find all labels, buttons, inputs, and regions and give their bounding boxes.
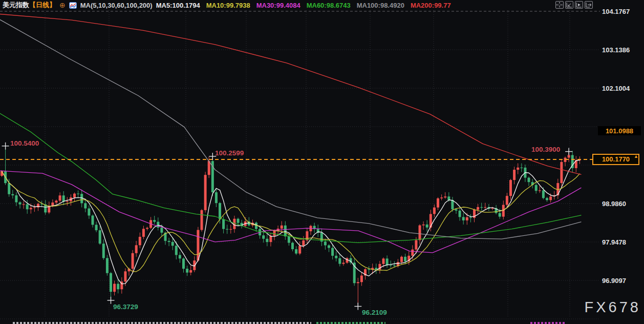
axis-price-label: 103.1386 xyxy=(602,46,630,54)
ma-line-MA5 xyxy=(2,160,580,284)
ma-legend-item: MA100:98.4920 xyxy=(357,2,404,9)
candle-down xyxy=(404,257,406,261)
candle-up xyxy=(440,197,443,198)
candle-down xyxy=(288,236,290,242)
candle-up xyxy=(509,180,512,196)
candle-down xyxy=(15,195,17,202)
candle-down xyxy=(88,209,90,216)
candle-down xyxy=(393,266,396,266)
candle-up xyxy=(517,168,519,170)
candle-up xyxy=(477,207,479,210)
candle-down xyxy=(335,256,337,258)
candle-down xyxy=(102,244,105,258)
chart-toolbar xyxy=(555,1,593,9)
crosshair-tool-icon[interactable] xyxy=(555,1,564,9)
candle-up xyxy=(30,208,32,209)
candle-up xyxy=(23,204,25,205)
candle-up xyxy=(124,271,126,281)
candle-up xyxy=(513,170,516,180)
chart-type-icon xyxy=(69,2,77,9)
candle-up xyxy=(298,246,301,253)
candle-down xyxy=(520,168,523,168)
chart-play-icon[interactable] xyxy=(575,1,583,9)
candle-up xyxy=(433,208,436,214)
candle-up xyxy=(466,217,468,220)
candle-down xyxy=(92,215,94,225)
axis-price-label: 102.1004 xyxy=(602,85,630,92)
candle-down xyxy=(179,255,181,258)
candle-down xyxy=(19,202,22,205)
candle-up xyxy=(204,175,207,210)
candle-down xyxy=(447,196,450,200)
candle-down xyxy=(535,185,538,191)
candle-up xyxy=(357,282,359,283)
current-price-badge: 100.1770 xyxy=(592,154,639,165)
axis-price-label: 104.1767 xyxy=(602,8,630,15)
candle-up xyxy=(415,240,417,249)
candle-down xyxy=(324,241,327,245)
candle-up xyxy=(201,210,203,230)
add-indicator-icon[interactable]: ⊕ xyxy=(59,2,66,9)
candle-up xyxy=(411,250,414,256)
candle-down xyxy=(186,269,188,272)
candle-up xyxy=(66,201,69,202)
candle-down xyxy=(542,190,545,198)
candle-up xyxy=(502,205,505,217)
candle-up xyxy=(59,195,61,200)
candle-down xyxy=(153,220,156,221)
chart-scale-left-icon[interactable] xyxy=(565,1,573,9)
candle-up xyxy=(360,275,363,282)
candle-down xyxy=(160,228,163,233)
candle-down xyxy=(219,203,221,219)
candle-down xyxy=(455,209,458,211)
ma-settings-label: MA(5,10,30,60,100,200) xyxy=(80,2,153,9)
candle-down xyxy=(291,243,294,249)
candle-down xyxy=(77,194,79,194)
ma-legend-item: MA60:98.6743 xyxy=(307,2,351,9)
chart-canvas[interactable]: 100.5400100.2599100.390096.372996.2109 xyxy=(0,0,644,324)
candle-up xyxy=(422,225,425,226)
clipped-text-top xyxy=(13,322,311,324)
candle-down xyxy=(237,219,240,223)
candle-up xyxy=(73,194,76,197)
candle-down xyxy=(106,258,109,273)
ma-legend-item: MA200:99.77 xyxy=(411,2,451,9)
candle-down xyxy=(84,203,87,208)
candle-down xyxy=(99,230,101,244)
candle-up xyxy=(302,240,305,246)
candle-down xyxy=(390,265,392,266)
candle-up xyxy=(419,226,421,240)
candle-down xyxy=(226,229,228,230)
candle-up xyxy=(506,196,508,205)
clipped-text-top xyxy=(530,322,565,324)
ma-line-MA10 xyxy=(2,171,580,272)
candle-up xyxy=(113,284,116,292)
candle-down xyxy=(368,269,370,270)
candle-up xyxy=(135,245,138,253)
ma-line-MA100 xyxy=(0,19,581,239)
candle-up xyxy=(229,229,232,230)
ma-line-MA60 xyxy=(0,113,581,242)
extreme-price-label: 100.5400 xyxy=(10,139,39,147)
candle-down xyxy=(215,192,218,203)
candle-up xyxy=(437,198,439,208)
trading-chart-window: 100.5400100.2599100.390096.372996.2109 美… xyxy=(0,0,644,324)
ma-legend: MA5:100.1794MA10:99.7938MA30:99.4084MA60… xyxy=(156,2,451,9)
candle-down xyxy=(462,217,465,220)
candle-up xyxy=(342,262,345,264)
candle-up xyxy=(444,196,446,197)
ma-line-MA200 xyxy=(0,14,581,175)
chart-scale-right-icon[interactable] xyxy=(585,1,593,9)
candle-down xyxy=(284,226,287,236)
candle-down xyxy=(331,248,334,256)
candle-down xyxy=(26,204,29,209)
candle-up xyxy=(146,228,148,229)
price-level-badge: 101.0988 xyxy=(598,126,641,135)
candle-up xyxy=(142,229,145,237)
candle-up xyxy=(139,237,141,245)
ma-legend-item: MA10:99.7938 xyxy=(206,2,250,9)
candle-down xyxy=(295,249,297,253)
candle-down xyxy=(95,225,98,230)
candle-down xyxy=(8,183,10,194)
candle-down xyxy=(171,242,174,246)
